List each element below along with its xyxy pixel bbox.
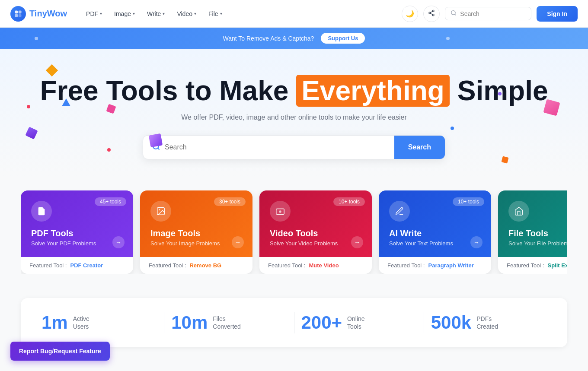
tool-footer-file: Featured Tool : Split Excel (498, 257, 567, 274)
nav-file[interactable]: File ▾ (203, 7, 227, 21)
signin-button[interactable]: Sign In (537, 6, 578, 22)
featured-link-video[interactable]: Mute Video (309, 262, 339, 269)
featured-link-image[interactable]: Remove BG (189, 262, 221, 269)
hero-search-icon (152, 142, 160, 153)
write-chevron-icon: ▾ (163, 11, 165, 16)
hero-search-input[interactable] (165, 136, 386, 159)
tool-icon-pdf (31, 201, 52, 222)
share-button[interactable] (423, 6, 440, 22)
orange-cube-shape (501, 156, 508, 163)
pdf-chevron-icon: ▾ (100, 11, 102, 16)
nav-search-input[interactable] (460, 10, 526, 17)
logo-text: TinyWow (29, 9, 67, 19)
nav-links: PDF ▾ Image ▾ Write ▾ Video ▾ File ▾ (81, 7, 402, 21)
stat-item-1: 10m FilesConverted (171, 312, 287, 333)
nav-video[interactable]: Video ▾ (172, 7, 201, 21)
featured-link-file[interactable]: Split Excel (547, 262, 567, 269)
promo-banner: Want To Remove Ads & Captcha? Support Us (0, 28, 588, 49)
svg-point-11 (153, 143, 159, 149)
stat-divider-0 (164, 312, 164, 333)
svg-point-4 (432, 10, 434, 12)
featured-link-pdf[interactable]: PDF Creator (70, 262, 103, 269)
hero-highlight: Everything (296, 75, 450, 107)
tool-desc-image: Solve Your Image Problems (150, 240, 242, 247)
report-bug-button[interactable]: Report Bug/Request Feature (10, 342, 110, 358)
hero-search-area (143, 136, 394, 159)
tool-footer-image: Featured Tool : Remove BG (140, 257, 252, 274)
stat-label-1: FilesConverted (213, 315, 241, 330)
nav-search-bar (445, 7, 531, 20)
tool-card-image[interactable]: 30+ tools Image Tools Solve Your Image P… (140, 190, 252, 274)
video-chevron-icon: ▾ (194, 11, 196, 16)
tool-footer-ai: Featured Tool : Paragraph Writer (379, 257, 491, 274)
tool-badge-ai: 10+ tools (453, 197, 484, 206)
tool-badge-pdf: 45+ tools (95, 197, 126, 206)
svg-line-12 (158, 148, 160, 150)
logo-icon (10, 6, 26, 22)
stat-item-2: 200+ OnlineTools (301, 312, 417, 333)
svg-point-9 (451, 11, 455, 15)
image-chevron-icon: ▾ (133, 11, 135, 16)
hero-subtitle: We offer PDF, video, image and other onl… (10, 114, 578, 121)
nav-search-icon (451, 10, 457, 17)
share-icon (428, 10, 435, 18)
svg-line-7 (431, 13, 433, 15)
tool-icon-file (508, 201, 529, 222)
featured-label-image: Featured Tool : (149, 262, 186, 269)
tool-desc-file: Solve Your File Problems (508, 240, 567, 247)
featured-label-video: Featured Tool : (268, 262, 305, 269)
tool-card-ai[interactable]: 10+ tools AI Write Solve Your Text Probl… (379, 190, 491, 274)
stat-divider-2 (424, 312, 424, 333)
tool-desc-pdf: Solve Your PDF Problems (31, 240, 123, 247)
svg-point-6 (432, 14, 434, 16)
tool-card-file[interactable]: 15+ tools File Tools Solve Your File Pro… (498, 190, 567, 274)
tool-icon-image (150, 201, 171, 222)
navbar: TinyWow PDF ▾ Image ▾ Write ▾ Video ▾ Fi… (0, 0, 588, 28)
featured-label-ai: Featured Tool : (387, 262, 425, 269)
featured-label-file: Featured Tool : (507, 262, 544, 269)
tool-name-file: File Tools (508, 228, 567, 238)
svg-rect-2 (15, 14, 18, 17)
tool-footer-video: Featured Tool : Mute Video (259, 257, 372, 274)
svg-rect-1 (19, 10, 22, 13)
logo[interactable]: TinyWow (10, 6, 67, 22)
hero-search-button[interactable]: Search (394, 136, 445, 159)
featured-label-pdf: Featured Tool : (29, 262, 67, 269)
stat-item-0: 1m ActiveUsers (42, 312, 157, 333)
nav-right: 🌙 Sign In (402, 6, 578, 22)
tools-row: 45+ tools PDF Tools Solve Your PDF Probl… (21, 190, 567, 274)
tool-card-video[interactable]: 10+ tools Video Tools Solve Your Video P… (259, 190, 372, 274)
stat-number-2: 200+ (301, 312, 342, 333)
svg-line-10 (455, 14, 456, 16)
svg-point-16 (279, 211, 281, 213)
banner-dot-right (446, 37, 450, 40)
tools-section: 45+ tools PDF Tools Solve Your PDF Probl… (0, 177, 588, 288)
dot-shape-2 (107, 148, 111, 152)
tool-desc-video: Solve Your Video Problems (270, 240, 361, 247)
svg-point-5 (429, 12, 431, 14)
featured-link-ai[interactable]: Paragraph Writer (428, 262, 473, 269)
svg-line-8 (431, 11, 433, 13)
support-us-button[interactable]: Support Us (321, 33, 365, 44)
tool-name-pdf: PDF Tools (31, 228, 123, 238)
stat-label-3: PDFsCreated (476, 315, 498, 330)
svg-rect-0 (15, 10, 18, 13)
tool-name-image: Image Tools (150, 228, 242, 238)
tool-badge-video: 10+ tools (333, 197, 365, 206)
stat-label-2: OnlineTools (347, 315, 364, 330)
stat-label-0: ActiveUsers (73, 315, 89, 330)
tool-card-pdf[interactable]: 45+ tools PDF Tools Solve Your PDF Probl… (21, 190, 133, 274)
blue-gem-shape (25, 127, 38, 140)
nav-image[interactable]: Image ▾ (109, 7, 140, 21)
theme-toggle-button[interactable]: 🌙 (402, 6, 418, 22)
nav-pdf[interactable]: PDF ▾ (81, 7, 107, 21)
nav-write[interactable]: Write ▾ (142, 7, 170, 21)
stat-divider-1 (294, 312, 294, 333)
dot-blue-shape (451, 127, 454, 130)
hero-title: Free Tools to Make Everything Simple (10, 75, 578, 107)
stat-number-0: 1m (42, 312, 68, 333)
banner-text: Want To Remove Ads & Captcha? (223, 35, 314, 42)
hero-section: Free Tools to Make Everything Simple We … (0, 49, 588, 177)
moon-icon: 🌙 (406, 10, 414, 18)
tool-desc-ai: Solve Your Text Problems (389, 240, 481, 247)
